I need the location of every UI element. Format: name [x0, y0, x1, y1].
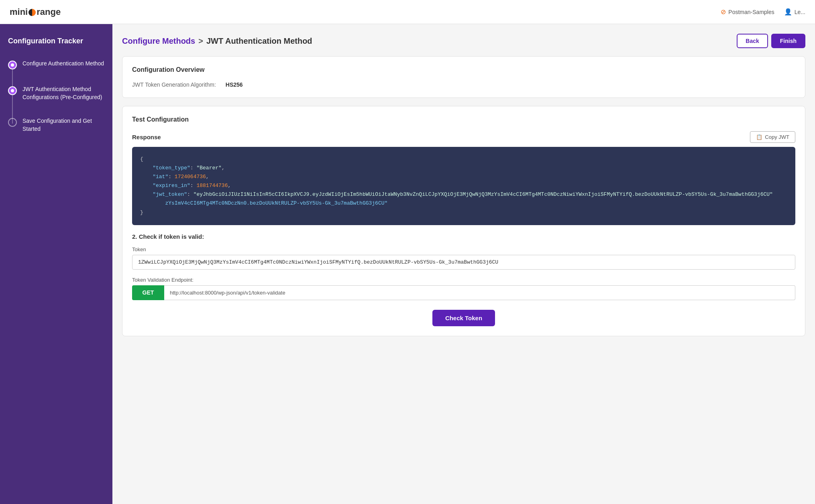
- get-button[interactable]: GET: [132, 285, 164, 300]
- postman-profile[interactable]: ⊘ Postman-Samples: [721, 8, 774, 16]
- code-colon-3: :: [190, 183, 197, 189]
- logo: minirange: [10, 7, 61, 17]
- code-comma-2: ,: [206, 174, 209, 180]
- code-comma-3: ,: [228, 183, 231, 189]
- endpoint-label: Token Validation Endpoint:: [132, 277, 795, 283]
- postman-label: Postman-Samples: [728, 9, 774, 15]
- test-config-title: Test Configuration: [132, 116, 795, 123]
- config-overview-card: Configuration Overview JWT Token Generat…: [122, 56, 805, 98]
- learn-link[interactable]: 👤 Le...: [784, 8, 805, 16]
- main-scroll: Configure Methods > JWT Authentication M…: [122, 34, 805, 344]
- token-input[interactable]: [132, 255, 795, 270]
- code-colon-2: :: [168, 174, 175, 180]
- tracker-dot-2: [8, 86, 17, 95]
- logo-circle-icon: [29, 9, 36, 16]
- breadcrumb-row: Configure Methods > JWT Authentication M…: [122, 34, 805, 48]
- logo-range: range: [37, 7, 61, 17]
- header-buttons: Back Finish: [737, 34, 805, 48]
- endpoint-form-group: Token Validation Endpoint: GET: [132, 277, 795, 300]
- back-button[interactable]: Back: [737, 34, 768, 48]
- breadcrumb-current: JWT Authentication Method: [206, 37, 312, 46]
- copy-icon: 📋: [756, 134, 762, 140]
- code-val-bearer: "Bearer": [196, 165, 221, 171]
- code-val-iat: 1724064736: [175, 174, 206, 180]
- code-key-expires: "expires_in": [153, 183, 190, 189]
- breadcrumb-link[interactable]: Configure Methods: [122, 37, 195, 46]
- tracker-item-save-config[interactable]: Save Configuration and Get Started: [8, 117, 104, 133]
- sidebar-title: Configuration Tracker: [8, 37, 104, 45]
- code-comma-1: ,: [222, 165, 225, 171]
- tracker-items: Configure Authentication Method JWT Auth…: [8, 60, 104, 133]
- code-colon-1: :: [190, 165, 197, 171]
- response-header: Response 📋 Copy JWT: [132, 131, 795, 143]
- endpoint-input[interactable]: [164, 285, 795, 300]
- sidebar: Configuration Tracker Configure Authenti…: [0, 24, 112, 504]
- tracker-dot-1: [8, 61, 17, 69]
- token-label: Token: [132, 246, 795, 252]
- code-val-jwt: "eyJhbGciOiJIUzI1NiIsInR5cCI6IkpXVCJ9.ey…: [194, 191, 773, 197]
- tracker-item-jwt-config[interactable]: JWT Authentication Method Configurations…: [8, 85, 104, 117]
- logo-text: minirange: [10, 7, 61, 17]
- learn-label: Le...: [795, 9, 805, 15]
- check-token-button[interactable]: Check Token: [432, 310, 495, 326]
- tracker-label-2: JWT Authentication Method Configurations…: [22, 85, 104, 101]
- header-right: ⊘ Postman-Samples 👤 Le...: [721, 8, 805, 16]
- config-overview-title: Configuration Overview: [132, 66, 795, 73]
- finish-button[interactable]: Finish: [771, 34, 805, 48]
- copy-jwt-label: Copy JWT: [765, 134, 789, 140]
- algorithm-value: HS256: [226, 81, 243, 88]
- tracker-dot-3: [8, 118, 17, 127]
- code-block: { "token_type": "Bearer", "iat": 1724064…: [132, 147, 795, 225]
- postman-icon: ⊘: [721, 8, 726, 16]
- close-brace: }: [140, 209, 143, 215]
- tracker-dot-inner-2: [11, 89, 14, 92]
- config-row: JWT Token Generation Algorithm: HS256: [132, 81, 795, 88]
- user-icon: 👤: [784, 8, 792, 16]
- copy-jwt-button[interactable]: 📋 Copy JWT: [750, 131, 795, 143]
- tracker-label-1: Configure Authentication Method: [22, 60, 104, 68]
- tracker-label-3: Save Configuration and Get Started: [22, 117, 104, 133]
- tracker-dot-inner-1: [11, 63, 14, 67]
- check-token-section: 2. Check if token is valid: Token Token …: [132, 233, 795, 326]
- token-form-group: Token: [132, 246, 795, 270]
- main: Configure Methods > JWT Authentication M…: [112, 24, 815, 504]
- code-key-jwt: "jwt_token": [153, 191, 187, 197]
- breadcrumb-separator: >: [198, 37, 203, 46]
- code-val-expires: 1881744736: [196, 183, 228, 189]
- response-label: Response: [132, 134, 161, 140]
- tracker-item-configure-auth[interactable]: Configure Authentication Method: [8, 60, 104, 85]
- check-token-title: 2. Check if token is valid:: [132, 233, 795, 240]
- open-brace: {: [140, 156, 143, 162]
- algorithm-label: JWT Token Generation Algorithm:: [132, 81, 216, 88]
- test-config-card: Test Configuration Response 📋 Copy JWT {…: [122, 106, 805, 336]
- code-key-line4b: zYsImV4cCI6MTg4MTc0NDczNn0.bezDoUUkNtRUL…: [153, 200, 387, 206]
- breadcrumb: Configure Methods > JWT Authentication M…: [122, 37, 312, 46]
- code-colon-4: :: [187, 191, 194, 197]
- check-token-row: Check Token: [132, 310, 795, 326]
- layout: Configuration Tracker Configure Authenti…: [0, 24, 815, 504]
- logo-mini: mini: [10, 7, 28, 17]
- code-key-token-type: "token_type": [153, 165, 190, 171]
- header: minirange ⊘ Postman-Samples 👤 Le...: [0, 0, 815, 24]
- endpoint-row: GET: [132, 285, 795, 300]
- code-key-iat: "iat": [153, 174, 168, 180]
